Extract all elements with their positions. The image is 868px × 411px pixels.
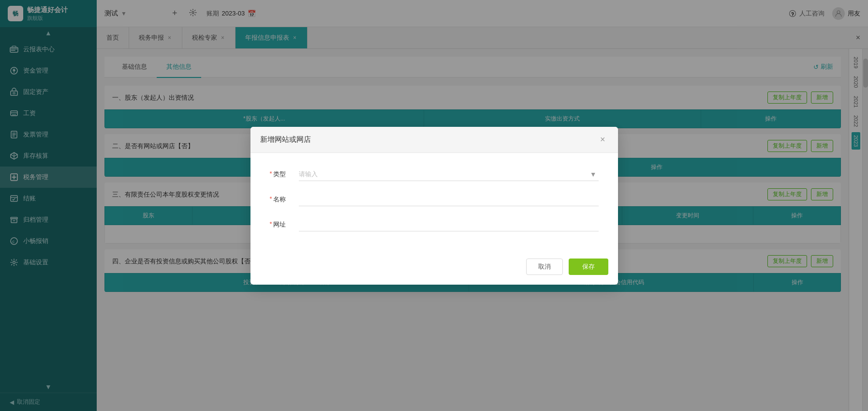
url-label: * 网址 — [270, 220, 299, 229]
type-input[interactable] — [299, 167, 599, 181]
type-required-star: * — [270, 170, 272, 179]
form-row-type: * 类型 ▼ — [270, 167, 599, 181]
modal-footer: 取消 保存 — [250, 253, 618, 285]
url-label-text: 网址 — [273, 220, 286, 229]
form-row-name: * 名称 — [270, 193, 599, 206]
modal-close-button[interactable]: × — [597, 134, 608, 146]
add-website-modal: 新增网站或网店 × * 类型 ▼ * 名称 — [250, 127, 618, 285]
name-label: * 名称 — [270, 195, 299, 204]
name-input[interactable] — [299, 193, 599, 206]
url-required-star: * — [270, 220, 272, 229]
modal-body: * 类型 ▼ * 名称 * — [250, 153, 618, 253]
type-label-text: 类型 — [273, 170, 286, 179]
type-field: ▼ — [299, 167, 599, 181]
name-field — [299, 193, 599, 206]
save-button[interactable]: 保存 — [569, 259, 608, 275]
name-required-star: * — [270, 195, 272, 204]
modal-overlay[interactable]: 新增网站或网店 × * 类型 ▼ * 名称 — [0, 0, 868, 411]
name-label-text: 名称 — [273, 195, 286, 204]
type-label: * 类型 — [270, 170, 299, 179]
url-field — [299, 218, 599, 231]
cancel-button[interactable]: 取消 — [526, 259, 563, 275]
modal-title: 新增网站或网店 — [260, 135, 311, 144]
url-input[interactable] — [299, 218, 599, 231]
form-row-url: * 网址 — [270, 218, 599, 231]
modal-header: 新增网站或网店 × — [250, 127, 618, 153]
modal-close-icon: × — [600, 135, 605, 144]
